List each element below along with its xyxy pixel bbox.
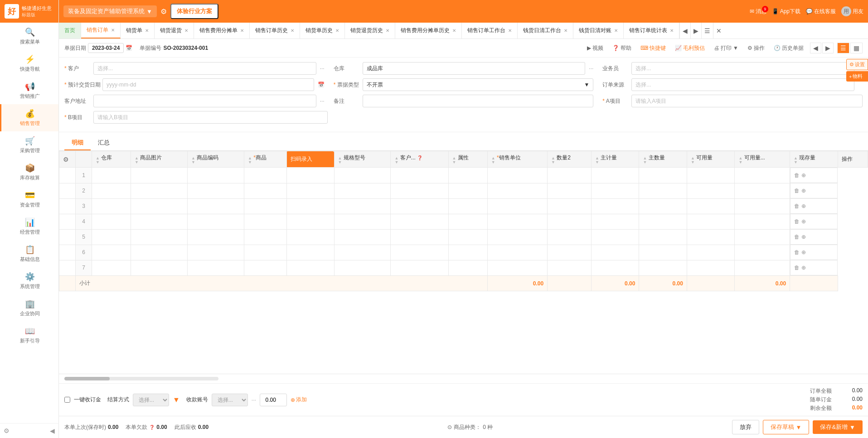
col-main-qty[interactable]: ▲▼ 主数量: [639, 151, 687, 168]
table-gear-icon[interactable]: ⚙: [63, 156, 69, 163]
sidebar-item-enterprise[interactable]: 🏢 企业协同: [0, 294, 58, 322]
tab-close-icon[interactable]: ✕: [240, 28, 244, 33]
col-product-image[interactable]: ▲▼ 商品图片: [131, 151, 188, 168]
copy-row-icon[interactable]: ⊕: [801, 203, 806, 209]
delete-row-icon[interactable]: 🗑: [794, 188, 800, 194]
col-available[interactable]: ▲▼ 可用量: [687, 151, 734, 168]
tab-daily-clear-reconcile[interactable]: 钱货日清对账 ✕: [573, 23, 624, 39]
add-material-btn[interactable]: + 物料: [846, 71, 868, 82]
app-download-button[interactable]: 📱 App下载: [772, 8, 800, 15]
delete-row-icon[interactable]: 🗑: [794, 234, 800, 240]
sidebar-item-marketing[interactable]: 📢 营销推广: [0, 77, 58, 104]
shortcuts-btn[interactable]: ⌨ 快捷键: [638, 43, 669, 53]
add-payment-btn[interactable]: ⊕ 添加: [291, 396, 307, 404]
operations-btn[interactable]: ⚙ 操作: [745, 43, 767, 53]
delete-row-icon[interactable]: 🗑: [794, 265, 800, 271]
tab-close-icon[interactable]: ✕: [184, 28, 188, 33]
calendar-icon[interactable]: 📅: [126, 45, 132, 51]
sidebar-item-finance[interactable]: 💳 资金管理: [0, 186, 58, 213]
tab-detail[interactable]: 明细: [64, 136, 91, 150]
tab-summary[interactable]: 汇总: [91, 136, 117, 150]
discard-button[interactable]: 放弃: [732, 420, 759, 434]
invoice-type-select[interactable]: 不开票 ▼: [363, 78, 594, 91]
col-spec[interactable]: ▲▼ 规格型号: [334, 151, 391, 168]
tab-close-icon[interactable]: ✕: [452, 28, 456, 33]
a-project-input[interactable]: 请输入A项目: [631, 95, 863, 107]
tab-sales-summary[interactable]: 销售订单统计表 ✕: [624, 23, 679, 39]
tab-close-all-button[interactable]: ✕: [713, 23, 724, 39]
tab-sales-return-history[interactable]: 销货退货历史 ✕: [345, 23, 395, 39]
col-product-code[interactable]: ▲▼ 商品编码: [187, 151, 244, 168]
profit-forecast-btn[interactable]: 📈 毛利预估: [672, 43, 708, 53]
tab-sales-expense[interactable]: 销售费用分摊单 ✕: [194, 23, 250, 39]
col-customer-code[interactable]: ▲▼ 客户... ❓: [391, 151, 448, 168]
account-more-icon[interactable]: ···: [252, 397, 256, 403]
print-btn[interactable]: 🖨 打印 ▼: [711, 43, 741, 53]
view-btn[interactable]: ▶ 视频: [584, 43, 606, 53]
tab-close-icon[interactable]: ✕: [670, 28, 674, 33]
solution-button[interactable]: 体验行业方案: [170, 4, 218, 19]
sidebar-item-purchase[interactable]: 🛒 采购管理: [0, 131, 58, 159]
sidebar-item-search[interactable]: 🔍 搜索菜单: [0, 23, 58, 50]
calendar-small-icon[interactable]: 📅: [318, 82, 325, 88]
collapse-icon[interactable]: ◀: [50, 427, 55, 434]
tab-close-icon[interactable]: ✕: [291, 28, 294, 33]
copy-row-icon[interactable]: ⊕: [801, 172, 806, 178]
tab-home[interactable]: 首页: [59, 23, 81, 39]
sidebar-item-quick-nav[interactable]: ⚡ 快捷导航: [0, 50, 58, 77]
save-new-button[interactable]: 保存&新增 ▼: [813, 420, 863, 434]
grid-view-btn[interactable]: ☰: [837, 43, 849, 53]
one-key-checkbox[interactable]: [64, 397, 70, 403]
staff-input[interactable]: 选择...: [631, 62, 854, 75]
delete-row-icon[interactable]: 🗑: [794, 249, 800, 255]
copy-row-icon[interactable]: ⊕: [801, 218, 806, 225]
col-product[interactable]: ▲▼ *商品: [244, 151, 286, 168]
next-record-btn[interactable]: ▶: [822, 43, 834, 53]
payment-amount-input[interactable]: [260, 394, 287, 406]
tab-close-icon[interactable]: ✕: [508, 28, 512, 33]
gear-icon[interactable]: ⚙: [160, 7, 167, 16]
delete-row-icon[interactable]: 🗑: [794, 172, 800, 178]
tab-close-icon[interactable]: ✕: [145, 28, 149, 33]
horizontal-scrollbar[interactable]: [64, 377, 218, 380]
tab-next-button[interactable]: ▶: [690, 23, 701, 39]
scrollbar-thumb[interactable]: [64, 377, 110, 380]
settings-bottom-icon[interactable]: ⚙: [4, 427, 10, 434]
sidebar-item-system[interactable]: ⚙️ 系统管理: [0, 267, 58, 294]
tab-close-icon[interactable]: ✕: [614, 28, 618, 33]
col-scan[interactable]: 扫码录入: [286, 151, 334, 168]
warehouse-more-icon[interactable]: ···: [589, 65, 593, 72]
delete-row-icon[interactable]: 🗑: [794, 218, 800, 225]
col-qty2[interactable]: ▲▼ 数量2: [548, 151, 592, 168]
account-select[interactable]: 选择...: [212, 394, 248, 406]
sidebar-item-basic-info[interactable]: 📋 基础信息: [0, 240, 58, 267]
sidebar-item-sales[interactable]: 💰 销售管理: [0, 104, 58, 131]
customer-input[interactable]: 选择...: [93, 62, 316, 75]
save-draft-button[interactable]: 保存草稿 ▼: [763, 420, 810, 434]
delivery-date-input[interactable]: yyyy-mm-dd: [102, 78, 314, 91]
tab-sales-invoice-history[interactable]: 销货单历史 ✕: [300, 23, 345, 39]
sidebar-item-inventory[interactable]: 📦 库存核算: [0, 159, 58, 186]
tab-sales-order-history[interactable]: 销售订单历史 ✕: [250, 23, 300, 39]
tab-sales-return[interactable]: 销货退货 ✕: [155, 23, 194, 39]
warehouse-input[interactable]: 成品库: [363, 62, 586, 75]
copy-row-icon[interactable]: ⊕: [801, 188, 806, 194]
message-button[interactable]: ✉ 消息 9: [750, 8, 766, 15]
tab-prev-button[interactable]: ◀: [679, 23, 690, 39]
settlement-select[interactable]: 选择...: [133, 394, 169, 406]
col-main-unit[interactable]: ▲▼ 主计量: [591, 151, 639, 168]
prev-record-btn[interactable]: ◀: [810, 43, 821, 53]
col-attribute[interactable]: ▲▼ 属性: [448, 151, 487, 168]
online-service-button[interactable]: 💬 在线客服: [806, 8, 836, 15]
tab-daily-clear-workspace[interactable]: 钱货日清工作台 ✕: [518, 23, 573, 39]
col-sales-unit[interactable]: ▲▼ *销售单位: [487, 151, 547, 168]
tab-sales-order[interactable]: 销售订单 ✕: [81, 23, 121, 39]
tab-close-icon[interactable]: ✕: [386, 28, 389, 33]
b-project-input[interactable]: 请输入B项目: [93, 111, 328, 124]
customer-more-icon[interactable]: ···: [320, 65, 325, 72]
tab-more-button[interactable]: ☰: [701, 23, 713, 39]
copy-row-icon[interactable]: ⊕: [801, 249, 806, 255]
address-more-icon[interactable]: ···: [320, 98, 325, 104]
card-view-btn[interactable]: ▦: [850, 43, 863, 53]
tab-close-icon[interactable]: ✕: [335, 28, 339, 33]
